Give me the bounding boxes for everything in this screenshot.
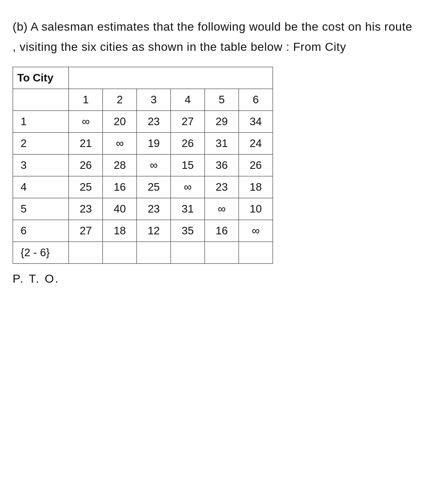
- cell: 16: [103, 176, 137, 198]
- cell: 26: [239, 155, 273, 176]
- row-label: 4: [13, 176, 69, 198]
- cell: 12: [137, 220, 171, 242]
- cell: 36: [205, 155, 239, 176]
- col-5-header: 5: [205, 89, 239, 111]
- cell: ∞: [103, 133, 137, 155]
- table-row: 6 27 18 12 35 16 ∞: [13, 220, 273, 242]
- col-3-header: 3: [137, 89, 171, 111]
- cell: 16: [205, 220, 239, 242]
- table-row: 1 ∞ 20 23 27 29 34: [13, 111, 273, 133]
- cell: 21: [69, 133, 103, 155]
- row-label: 2: [13, 133, 69, 155]
- from-city-label: [69, 67, 273, 89]
- cell: 28: [103, 155, 137, 176]
- question-text: (b) A salesman estimates that the follow…: [13, 17, 417, 57]
- to-city-label: To City: [13, 67, 69, 89]
- cell: 27: [171, 111, 205, 133]
- cell: 23: [205, 176, 239, 198]
- cell: 18: [239, 176, 273, 198]
- cell-empty: [205, 242, 239, 264]
- table-row: 4 25 16 25 ∞ 23 18: [13, 176, 273, 198]
- cell: 10: [239, 198, 273, 220]
- main-header-row: To City: [13, 67, 273, 89]
- cell: 40: [103, 198, 137, 220]
- table-row: 3 26 28 ∞ 15 36 26: [13, 155, 273, 176]
- cell: 23: [137, 198, 171, 220]
- cell: ∞: [69, 111, 103, 133]
- cell: ∞: [205, 198, 239, 220]
- cell: ∞: [239, 220, 273, 242]
- cell: 25: [137, 176, 171, 198]
- cell-empty: [137, 242, 171, 264]
- cell: 20: [103, 111, 137, 133]
- cell: 31: [205, 133, 239, 155]
- col-2-header: 2: [103, 89, 137, 111]
- corner-cell: [13, 89, 69, 111]
- cell: 26: [171, 133, 205, 155]
- cell: 34: [239, 111, 273, 133]
- col-4-header: 4: [171, 89, 205, 111]
- pto-text: P. T. O.: [13, 272, 417, 286]
- cell: 23: [137, 111, 171, 133]
- row-label: 6: [13, 220, 69, 242]
- col-6-header: 6: [239, 89, 273, 111]
- cell-empty: [171, 242, 205, 264]
- cell: 18: [103, 220, 137, 242]
- cell-empty: [239, 242, 273, 264]
- cell: 35: [171, 220, 205, 242]
- cell-empty: [103, 242, 137, 264]
- col-header-row: 1 2 3 4 5 6: [13, 89, 273, 111]
- cell: 19: [137, 133, 171, 155]
- cell: 27: [69, 220, 103, 242]
- row-label: 3: [13, 155, 69, 176]
- col-1-header: 1: [69, 89, 103, 111]
- cell-empty: [69, 242, 103, 264]
- cell: 25: [69, 176, 103, 198]
- cell: 29: [205, 111, 239, 133]
- row-label: 5: [13, 198, 69, 220]
- paragraph-content: (b) A salesman estimates that the follow…: [13, 20, 412, 53]
- set-label: {2 - 6}: [13, 242, 69, 264]
- cell: ∞: [137, 155, 171, 176]
- cost-table-wrapper: To City 1 2 3 4 5 6 1 ∞ 20 23 27 29 34 2…: [13, 67, 417, 264]
- cell: 24: [239, 133, 273, 155]
- cell: 23: [69, 198, 103, 220]
- row-label: 1: [13, 111, 69, 133]
- cell: ∞: [171, 176, 205, 198]
- table-row: 2 21 ∞ 19 26 31 24: [13, 133, 273, 155]
- cell: 15: [171, 155, 205, 176]
- cell: 26: [69, 155, 103, 176]
- table-row: 5 23 40 23 31 ∞ 10: [13, 198, 273, 220]
- table-row-set: {2 - 6}: [13, 242, 273, 264]
- cell: 31: [171, 198, 205, 220]
- cost-table: To City 1 2 3 4 5 6 1 ∞ 20 23 27 29 34 2…: [13, 67, 273, 264]
